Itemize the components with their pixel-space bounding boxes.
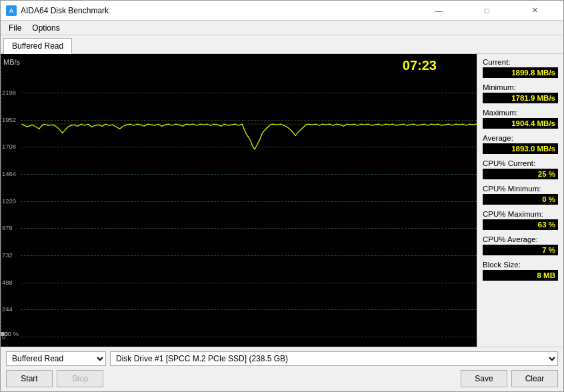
main-window: A AIDA64 Disk Benchmark — □ ✕ File Optio…	[0, 0, 564, 392]
tab-bar: Buffered Read	[1, 35, 563, 54]
start-button[interactable]: Start	[6, 370, 53, 387]
minimize-button[interactable]: —	[415, 4, 462, 17]
app-icon: A	[6, 5, 17, 16]
stop-button[interactable]: Stop	[57, 370, 103, 387]
title-bar: A AIDA64 Disk Benchmark — □ ✕	[1, 1, 563, 21]
content-area: MB/s 07:23 2196 1952 1708 1464 1220 976	[1, 54, 563, 347]
clear-button[interactable]: Clear	[511, 370, 558, 387]
stat-cpu-maximum: CPU% Maximum: 63 %	[483, 210, 558, 230]
stat-cpu-current: CPU% Current: 25 %	[483, 159, 558, 179]
window-controls: — □ ✕	[415, 4, 558, 17]
average-value: 1893.0 MB/s	[483, 143, 558, 154]
chart-area: MB/s 07:23 2196 1952 1708 1464 1220 976	[1, 54, 477, 347]
cpu-average-value: 7 %	[483, 245, 558, 255]
stat-minimum: Minimum: 1781.9 MB/s	[483, 83, 558, 103]
maximize-button[interactable]: □	[463, 4, 510, 17]
window-title: AIDA64 Disk Benchmark	[21, 6, 415, 15]
file-menu[interactable]: File	[3, 23, 27, 33]
benchmark-select[interactable]: Buffered Read	[6, 351, 106, 366]
cpu-current-label: CPU% Current:	[483, 159, 558, 167]
cpu-maximum-label: CPU% Maximum:	[483, 210, 558, 218]
block-size-label: Block Size:	[483, 261, 558, 269]
stats-sidebar: Current: 1899.8 MB/s Minimum: 1781.9 MB/…	[477, 54, 563, 347]
cpu-minimum-value: 0 %	[483, 194, 558, 205]
chart-svg	[1, 54, 477, 347]
current-value: 1899.8 MB/s	[483, 67, 558, 78]
minimum-label: Minimum:	[483, 83, 558, 91]
bottom-row-buttons: Start Stop Save Clear	[6, 370, 558, 387]
stat-maximum: Maximum: 1904.4 MB/s	[483, 109, 558, 129]
average-label: Average:	[483, 134, 558, 142]
bottom-bar: Buffered Read Disk Drive #1 [SPCC M.2 PC…	[1, 347, 563, 391]
maximum-value: 1904.4 MB/s	[483, 118, 558, 129]
maximum-label: Maximum:	[483, 109, 558, 117]
disk-select[interactable]: Disk Drive #1 [SPCC M.2 PCIe SSD] (238.5…	[110, 351, 558, 366]
stat-cpu-average: CPU% Average: 7 %	[483, 235, 558, 255]
block-size-value: 8 MB	[483, 270, 558, 281]
bottom-row-selects: Buffered Read Disk Drive #1 [SPCC M.2 PC…	[6, 351, 558, 366]
close-button[interactable]: ✕	[511, 4, 558, 17]
cpu-minimum-label: CPU% Minimum:	[483, 185, 558, 193]
current-label: Current:	[483, 58, 558, 66]
cpu-current-value: 25 %	[483, 169, 558, 179]
options-menu[interactable]: Options	[27, 23, 65, 33]
menu-bar: File Options	[1, 21, 563, 35]
stat-current: Current: 1899.8 MB/s	[483, 58, 558, 78]
stat-average: Average: 1893.0 MB/s	[483, 134, 558, 154]
stat-cpu-minimum: CPU% Minimum: 0 %	[483, 185, 558, 205]
cpu-maximum-value: 63 %	[483, 219, 558, 230]
stat-block-size: Block Size: 8 MB	[483, 261, 558, 281]
save-button[interactable]: Save	[461, 370, 507, 387]
minimum-value: 1781.9 MB/s	[483, 93, 558, 103]
cpu-average-label: CPU% Average:	[483, 235, 558, 243]
buffered-read-tab[interactable]: Buffered Read	[3, 38, 72, 54]
